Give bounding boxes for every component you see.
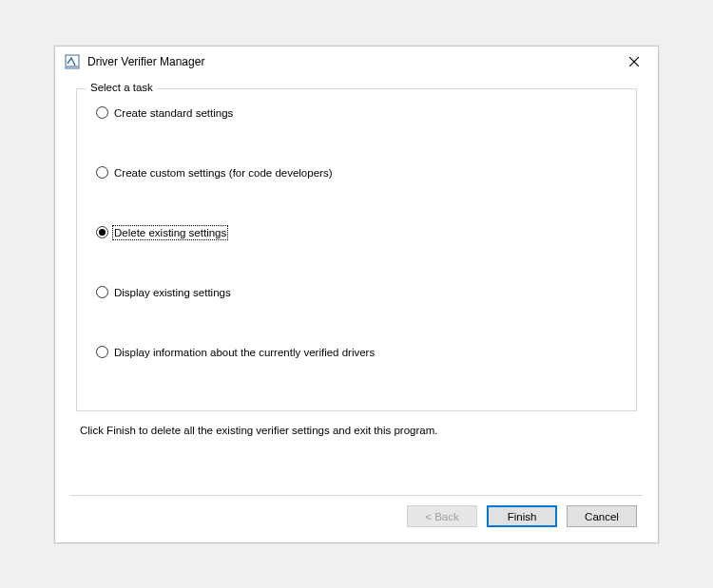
back-button: < Back — [407, 505, 477, 527]
radio-label: Display existing settings — [114, 287, 231, 298]
dialog-window: Driver Verifier Manager Select a task Cr… — [54, 46, 659, 543]
radio-create-standard[interactable]: Create standard settings — [96, 106, 623, 119]
app-icon — [65, 54, 80, 69]
cancel-button[interactable]: Cancel — [567, 505, 637, 527]
button-row: < Back Finish Cancel — [55, 496, 658, 542]
finish-button[interactable]: Finish — [487, 505, 557, 527]
instruction-text: Click Finish to delete all the existing … — [80, 425, 637, 436]
titlebar: Driver Verifier Manager — [55, 47, 658, 77]
radio-display-existing[interactable]: Display existing settings — [96, 286, 623, 298]
close-icon — [629, 57, 639, 66]
radio-icon — [96, 226, 108, 238]
radio-icon — [96, 106, 108, 119]
radio-display-info[interactable]: Display information about the currently … — [96, 346, 623, 358]
radio-label: Delete existing settings — [114, 227, 226, 238]
radio-create-custom[interactable]: Create custom settings (for code develop… — [96, 166, 623, 179]
fieldset-legend: Select a task — [87, 82, 157, 93]
radio-delete-existing[interactable]: Delete existing settings — [96, 226, 623, 238]
radio-label: Create custom settings (for code develop… — [114, 167, 332, 179]
radio-icon — [96, 166, 108, 179]
radio-icon — [96, 286, 108, 298]
radio-label: Display information about the currently … — [114, 347, 375, 358]
content-area: Select a task Create standard settings C… — [55, 77, 658, 438]
radio-icon — [96, 346, 108, 358]
close-button[interactable] — [620, 51, 648, 72]
task-fieldset: Select a task Create standard settings C… — [76, 88, 637, 411]
radio-label: Create standard settings — [114, 107, 233, 119]
window-title: Driver Verifier Manager — [87, 55, 620, 68]
